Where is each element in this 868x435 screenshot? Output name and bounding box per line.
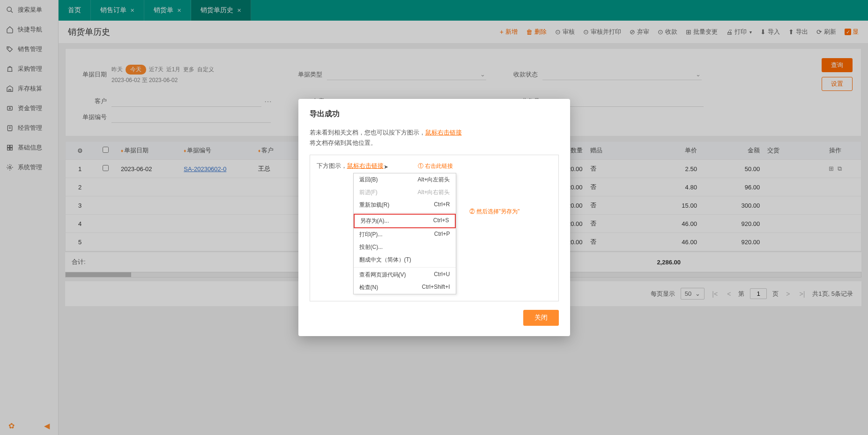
context-menu-item: 翻成中文（简体）(T) [354,254,456,266]
modal-title: 导出成功 [310,109,559,119]
context-menu-illustration: 返回(B)Alt+向左箭头前进(F)Alt+向右箭头重新加载(R)Ctrl+R另… [353,173,456,294]
context-menu-item: 另存为(A)...Ctrl+S [354,214,456,228]
modal-text: 若未看到相关文档，您也可以按下方图示，鼠标右击链接 将文档存储到其他位置。 [310,128,559,148]
close-button[interactable]: 关闭 [523,310,559,326]
context-menu-item: 检查(N)Ctrl+Shift+I [354,281,456,294]
modal-footer: 关闭 [310,310,559,326]
illustration-link: 鼠标右击链接 [347,162,384,169]
cursor-icon: ➤ [384,164,388,170]
context-menu-item: 返回(B)Alt+向左箭头 [354,173,456,186]
context-menu-item: 打印(P)...Ctrl+P [354,228,456,241]
modal-illustration: 下方图示，鼠标右击链接➤ ① 右击此链接 返回(B)Alt+向左箭头前进(F)A… [310,155,559,301]
export-success-modal: 导出成功 若未看到相关文档，您也可以按下方图示，鼠标右击链接 将文档存储到其他位… [298,99,570,336]
annotation-2: ② 然后选择"另存为" [469,208,520,216]
context-menu-item: 投射(C)... [354,241,456,254]
context-menu-item: 查看网页源代码(V)Ctrl+U [354,269,456,281]
annotation-1: ① 右击此链接 [418,163,453,169]
right-click-link[interactable]: 鼠标右击链接 [425,129,462,136]
context-menu-item: 前进(F)Alt+向右箭头 [354,186,456,199]
context-menu-item: 重新加载(R)Ctrl+R [354,199,456,211]
